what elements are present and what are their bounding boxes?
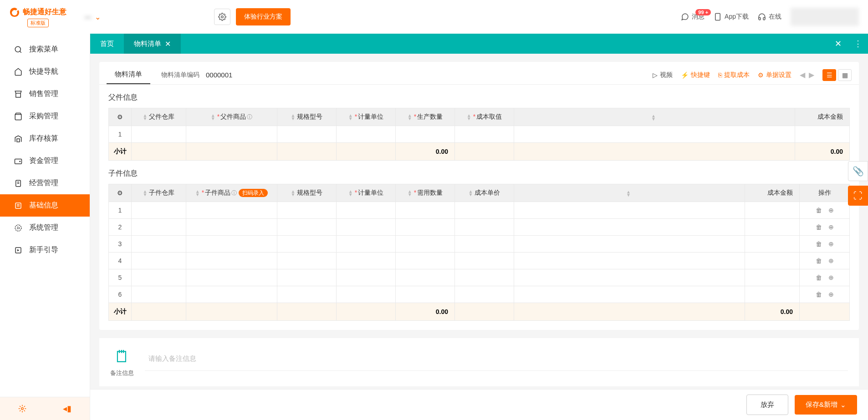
cell[interactable] bbox=[337, 253, 396, 269]
sidebar-item-store[interactable]: 销售管理 bbox=[0, 83, 90, 105]
cell[interactable] bbox=[337, 236, 396, 253]
tab-close-icon[interactable]: ✕ bbox=[165, 40, 171, 48]
cell[interactable] bbox=[337, 269, 396, 286]
tab-1[interactable]: 物料清单✕ bbox=[124, 34, 181, 54]
delete-row-button[interactable]: 🗑 bbox=[816, 240, 822, 248]
app-download-link[interactable]: App下载 bbox=[714, 13, 749, 21]
cell[interactable] bbox=[455, 236, 514, 253]
cell[interactable] bbox=[396, 219, 455, 236]
sidebar-item-bag[interactable]: 采购管理 bbox=[0, 105, 90, 127]
view-grid-button[interactable]: ▦ bbox=[838, 69, 852, 81]
cell[interactable] bbox=[186, 219, 277, 236]
next-record-button[interactable]: ▶ bbox=[809, 71, 814, 79]
cell[interactable] bbox=[277, 236, 337, 253]
cell[interactable] bbox=[514, 269, 745, 286]
add-row-button[interactable]: ⊕ bbox=[828, 274, 834, 281]
sidebar-item-guide[interactable]: 新手引导 bbox=[0, 239, 90, 261]
cell[interactable] bbox=[455, 219, 514, 236]
header-settings-button[interactable] bbox=[214, 9, 230, 25]
col-gear[interactable]: ⚙ bbox=[109, 184, 132, 202]
cell[interactable] bbox=[455, 269, 514, 286]
cell[interactable] bbox=[186, 202, 277, 219]
col-parent-blank[interactable]: ▲▼ bbox=[514, 108, 795, 126]
cell[interactable] bbox=[795, 126, 850, 143]
cell[interactable] bbox=[745, 253, 800, 269]
cell[interactable] bbox=[455, 202, 514, 219]
cell[interactable] bbox=[514, 286, 745, 303]
discard-button[interactable]: 放弃 bbox=[746, 395, 788, 415]
cell[interactable] bbox=[277, 253, 337, 269]
cell[interactable] bbox=[745, 286, 800, 303]
add-row-button[interactable]: ⊕ bbox=[828, 207, 834, 214]
cell[interactable] bbox=[745, 236, 800, 253]
cell[interactable] bbox=[396, 286, 455, 303]
shortcut-link[interactable]: ⚡快捷键 bbox=[681, 71, 710, 79]
col-child-unit[interactable]: ▲▼*计量单位 bbox=[337, 184, 396, 202]
remark-input[interactable] bbox=[145, 347, 848, 371]
cell[interactable] bbox=[132, 269, 186, 286]
col-child-blank[interactable]: ▲▼ bbox=[514, 184, 745, 202]
save-and-new-button[interactable]: 保存&新增 ⌄ bbox=[795, 395, 857, 415]
col-child-warehouse[interactable]: ▲▼子件仓库 bbox=[132, 184, 186, 202]
delete-row-button[interactable]: 🗑 bbox=[816, 274, 822, 281]
fullscreen-button[interactable]: ⛶ bbox=[848, 186, 868, 206]
sidebar-item-search[interactable]: 搜索菜单 bbox=[0, 38, 90, 61]
cell[interactable] bbox=[337, 219, 396, 236]
cell[interactable] bbox=[745, 219, 800, 236]
attachment-button[interactable]: 📎 bbox=[848, 161, 868, 181]
sidebar-settings-button[interactable] bbox=[0, 397, 45, 420]
messages-link[interactable]: 消息 99 + bbox=[681, 13, 705, 21]
cell[interactable] bbox=[396, 253, 455, 269]
sidebar-item-gear-dashed[interactable]: 系统管理 bbox=[0, 217, 90, 239]
cell[interactable] bbox=[186, 253, 277, 269]
cell[interactable] bbox=[514, 219, 745, 236]
cell[interactable] bbox=[186, 286, 277, 303]
col-child-cost-price[interactable]: ▲▼成本单价 bbox=[455, 184, 514, 202]
cell[interactable] bbox=[455, 126, 514, 143]
cell[interactable] bbox=[745, 269, 800, 286]
view-list-button[interactable]: ☰ bbox=[822, 69, 836, 81]
promo-button[interactable]: 体验行业方案 bbox=[236, 8, 291, 25]
cell[interactable] bbox=[337, 202, 396, 219]
cell[interactable] bbox=[277, 286, 337, 303]
col-parent-cost-amount[interactable]: 成本金额 bbox=[795, 108, 850, 126]
delete-row-button[interactable]: 🗑 bbox=[816, 257, 822, 264]
bill-settings-link[interactable]: ⚙单据设置 bbox=[758, 71, 791, 79]
add-row-button[interactable]: ⊕ bbox=[828, 240, 834, 248]
cell[interactable] bbox=[277, 219, 337, 236]
sidebar-item-list[interactable]: 基础信息 bbox=[0, 194, 90, 217]
add-row-button[interactable]: ⊕ bbox=[828, 257, 834, 264]
online-support-link[interactable]: 在线 bbox=[758, 13, 781, 21]
delete-row-button[interactable]: 🗑 bbox=[816, 207, 822, 214]
tab-close-all-button[interactable]: ✕ bbox=[828, 34, 848, 54]
cell[interactable] bbox=[455, 253, 514, 269]
delete-row-button[interactable]: 🗑 bbox=[816, 223, 822, 231]
cell[interactable] bbox=[186, 236, 277, 253]
col-parent-warehouse[interactable]: ▲▼父件仓库 bbox=[132, 108, 186, 126]
col-child-product[interactable]: ▲▼*子件商品ⓘ扫码录入 bbox=[186, 184, 277, 202]
cell[interactable] bbox=[132, 286, 186, 303]
user-avatar[interactable] bbox=[791, 8, 859, 26]
cell[interactable] bbox=[186, 126, 277, 143]
sidebar-item-clipboard[interactable]: 经营管理 bbox=[0, 172, 90, 194]
col-parent-cost-mode[interactable]: ▲▼*成本取值 bbox=[455, 108, 514, 126]
cell[interactable] bbox=[396, 269, 455, 286]
delete-row-button[interactable]: 🗑 bbox=[816, 291, 822, 298]
cell[interactable] bbox=[396, 236, 455, 253]
cell[interactable] bbox=[186, 269, 277, 286]
col-parent-product[interactable]: ▲▼*父件商品ⓘ bbox=[186, 108, 277, 126]
cell[interactable] bbox=[132, 202, 186, 219]
cell[interactable] bbox=[337, 126, 396, 143]
col-child-spec[interactable]: ▲▼规格型号 bbox=[277, 184, 337, 202]
cell[interactable] bbox=[514, 236, 745, 253]
col-parent-spec[interactable]: ▲▼规格型号 bbox=[277, 108, 337, 126]
sidebar-item-wallet[interactable]: 资金管理 bbox=[0, 150, 90, 172]
video-link[interactable]: ▷视频 bbox=[653, 71, 673, 79]
cell[interactable] bbox=[455, 286, 514, 303]
cell[interactable] bbox=[132, 126, 186, 143]
cell[interactable] bbox=[337, 286, 396, 303]
cell[interactable] bbox=[132, 219, 186, 236]
tab-more-button[interactable]: ⋮ bbox=[848, 34, 868, 54]
col-parent-qty[interactable]: ▲▼*生产数量 bbox=[396, 108, 455, 126]
card-tab-bom[interactable]: 物料清单 bbox=[107, 66, 150, 84]
